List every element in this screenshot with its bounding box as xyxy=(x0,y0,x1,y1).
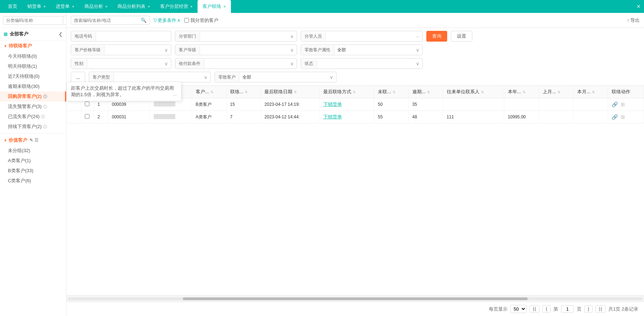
sidebar-item-b-class[interactable]: B类客户(33) xyxy=(0,166,66,176)
payment-field[interactable]: 收付款条件 ∨ xyxy=(175,58,297,69)
close-customer-tier-tab[interactable]: × xyxy=(190,4,193,9)
main-layout: 🔍 ⊞ 全部客户 ❮ ▼ 待联络客户 今天待联络(0) 明天待联络(1) 近7天… xyxy=(0,13,644,316)
dept-dropdown-icon: ∨ xyxy=(287,32,297,41)
th-not-contact[interactable]: 未联... ⇅ xyxy=(374,86,408,98)
sort-this-year-icon: ⇅ xyxy=(523,90,525,94)
payment-dropdown-icon: ∨ xyxy=(287,60,297,68)
query-button[interactable]: 查询 xyxy=(426,31,447,42)
sidebar-item-churned[interactable]: 已流失客户(24) ⓘ xyxy=(0,112,66,122)
th-this-year[interactable]: 本年... ⇅ xyxy=(504,86,539,98)
sidebar-item-tomorrow[interactable]: 明天待联络(1) xyxy=(0,61,66,71)
close-sales-tab[interactable]: × xyxy=(43,4,46,9)
collapse-sidebar-icon[interactable]: ❮ xyxy=(59,32,62,37)
price-level-field[interactable]: 客户价格等级 ∨ xyxy=(71,44,171,55)
retail-customer-field[interactable]: 零散客户 全部 ∨ xyxy=(214,72,337,82)
export-icon: ↑ xyxy=(627,18,630,23)
customer-level-field[interactable]: 客户等级 ∨ xyxy=(175,44,297,55)
last-page-btn[interactable]: ⟩⟩ xyxy=(596,305,606,313)
td-settings-2 xyxy=(66,111,81,123)
retail-attr-field[interactable]: 零散客户属性 全部 ∨ xyxy=(301,44,423,55)
th-contact[interactable]: 联络... ⇅ xyxy=(226,86,261,98)
nav-item-customer-tier[interactable]: 客户分层经营 × xyxy=(155,0,198,13)
td-last-method-1[interactable]: 下销货单 xyxy=(319,98,374,111)
row-1-checkbox[interactable] xyxy=(85,102,89,106)
th-last-month[interactable]: 上月... ⇅ xyxy=(539,86,574,98)
close-purchase-tab[interactable]: × xyxy=(72,4,74,9)
sidebar-value-customer-section[interactable]: ▼ 价值客户 ✎ ☰ xyxy=(0,135,66,146)
more-conditions-btn[interactable]: ▽ 更多条件 ∧ xyxy=(153,17,181,24)
sidebar: 🔍 ⊞ 全部客户 ❮ ▼ 待联络客户 今天待联络(0) 明天待联络(1) 近7天… xyxy=(0,13,66,316)
sidebar-all-customers[interactable]: ⊞ 全部客户 ❮ xyxy=(0,28,66,41)
td-contact-2: 7 xyxy=(226,111,261,123)
horizontal-scrollbar[interactable] xyxy=(66,295,644,302)
action-link-icon-2[interactable]: 🔗 xyxy=(612,114,618,120)
per-page-select[interactable]: 50 xyxy=(510,305,527,313)
grid-icon: ⊞ xyxy=(4,32,8,37)
info-icon-churn-warning: ⓘ xyxy=(43,104,47,109)
edit-icon[interactable]: ✎ xyxy=(29,138,33,143)
filter-row-1: 电话号码 分管部门 ∨ 分管人员 ··· 查询 设置 xyxy=(71,31,640,42)
sidebar-item-overdue[interactable]: 逾期未联络(30) xyxy=(0,81,66,91)
sidebar-item-a-class[interactable]: A类客户(1) xyxy=(0,156,66,166)
th-this-month[interactable]: 本月... ⇅ xyxy=(573,86,608,98)
th-last-date[interactable]: 最后联络日期 ⇅ xyxy=(261,86,319,98)
pagination-bar: 每页显示 50 ⟨⟨ ⟨ 第 页 ⟩ ⟩⟩ 共1页 2条记录 xyxy=(66,302,644,316)
my-customers-checkbox[interactable] xyxy=(184,18,189,23)
nav-item-analysis[interactable]: 商品分析 × xyxy=(79,0,112,13)
sidebar-pending-group: ▼ 待联络客户 今天待联络(0) 明天待联络(1) 近7天待联络(0) 逾期未联… xyxy=(0,41,66,91)
tooltip-more[interactable]: ... xyxy=(173,91,177,97)
sidebar-item-ungrouped[interactable]: 未分组(32) xyxy=(0,146,66,156)
settings-button[interactable]: 设置 xyxy=(451,31,472,42)
close-all-tabs[interactable]: × xyxy=(636,3,640,10)
sidebar-search-input[interactable] xyxy=(3,16,63,25)
gender-field[interactable]: 性别 ∨ xyxy=(71,58,171,69)
nav-item-customer-contact[interactable]: 客户联络 × xyxy=(198,0,231,13)
nav-item-sales[interactable]: 销货单 × xyxy=(22,0,51,13)
sidebar-pending-group-title[interactable]: ▼ 待联络客户 xyxy=(0,41,66,51)
sidebar-item-declining[interactable]: 持续下滑客户(2) ⓘ xyxy=(0,122,66,132)
sort-overdue-icon: ⇅ xyxy=(427,90,430,94)
th-company-contact[interactable]: 往来单位联系人 ⇅ xyxy=(443,86,504,98)
sidebar-item-c-class[interactable]: C类客户(6) xyxy=(0,176,66,186)
action-link-icon-1[interactable]: 🔗 xyxy=(612,102,618,107)
filter-search-input[interactable] xyxy=(74,18,139,23)
table-row: 2 000031 A类客户 7 2023-04-12 14:44: 下销货单 5… xyxy=(66,111,644,123)
export-button[interactable]: ↑ 导出 xyxy=(627,17,640,24)
action-grid-icon-1[interactable]: ⊞ xyxy=(621,102,625,107)
nav-item-analysis-list[interactable]: 商品分析列表 × xyxy=(112,0,155,13)
td-last-method-2[interactable]: 下销货单 xyxy=(319,111,374,123)
dept-field[interactable]: 分管部门 ∨ xyxy=(175,31,297,42)
page-number-input[interactable] xyxy=(561,305,574,313)
sidebar-divider xyxy=(0,133,66,133)
status-dropdown-icon: ∨ xyxy=(413,60,422,68)
sidebar-search-button[interactable]: 🔍 xyxy=(63,16,66,25)
sidebar-item-churn-warning[interactable]: 流失预警客户(3) ⓘ xyxy=(0,102,66,112)
scroll-thumb[interactable] xyxy=(183,297,528,300)
more-dots-field[interactable]: ... xyxy=(71,72,85,82)
staff-field[interactable]: 分管人员 ··· xyxy=(301,31,423,42)
nav-item-home[interactable]: 首页 xyxy=(3,0,22,13)
td-check-2[interactable] xyxy=(81,111,94,123)
row-2-checkbox[interactable] xyxy=(85,114,89,119)
td-overdue-2: 48 xyxy=(408,111,443,123)
prev-page-btn[interactable]: ⟨ xyxy=(542,305,551,313)
action-grid-icon-2[interactable]: ⊞ xyxy=(621,114,625,120)
next-page-btn[interactable]: ⟩ xyxy=(584,305,593,313)
th-overdue[interactable]: 逾期... ⇅ xyxy=(408,86,443,98)
manage-icon[interactable]: ☰ xyxy=(34,138,38,143)
td-last-date-1: 2023-04-17 14:19: xyxy=(261,98,319,111)
status-field[interactable]: 状态 ∨ xyxy=(301,58,423,69)
nav-item-purchase[interactable]: 进货单 × xyxy=(51,0,79,13)
close-customer-contact-tab[interactable]: × xyxy=(223,4,226,9)
sidebar-item-7days[interactable]: 近7天待联络(0) xyxy=(0,71,66,81)
first-page-btn[interactable]: ⟨⟨ xyxy=(529,305,539,313)
filter-row-3: 性别 ∨ 收付款条件 ∨ 状态 ∨ xyxy=(71,58,640,69)
td-not-contact-1: 50 xyxy=(374,98,408,111)
th-last-method[interactable]: 最后联络方式 ⇅ xyxy=(319,86,374,98)
sidebar-item-today[interactable]: 今天待联络(0) xyxy=(0,51,66,61)
close-analysis-list-tab[interactable]: × xyxy=(148,4,150,9)
sidebar-item-repurchase-anomaly[interactable]: 回购异常客户(2) ⓘ xyxy=(0,91,66,102)
th-level[interactable]: 客户... ⇅ xyxy=(192,86,226,98)
customer-type-field[interactable]: 客户类型 ∨ xyxy=(89,72,211,82)
close-analysis-tab[interactable]: × xyxy=(105,4,107,9)
